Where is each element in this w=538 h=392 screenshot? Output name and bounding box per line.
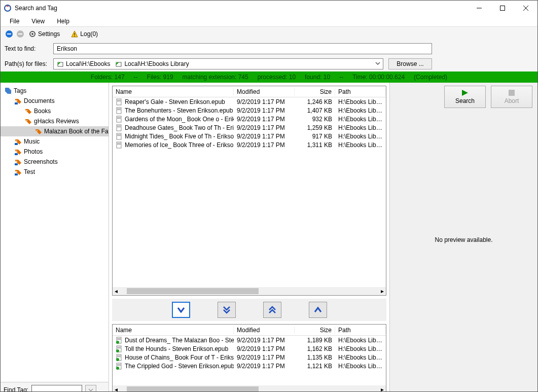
file-icon xyxy=(116,345,123,352)
col-path[interactable]: Path xyxy=(335,88,386,95)
svg-rect-49 xyxy=(117,339,121,340)
file-size: 1,121 KB xyxy=(295,363,335,370)
list-row[interactable]: Midnight Tides_ Book Five of Th - Erikso… xyxy=(113,132,386,140)
svg-rect-48 xyxy=(117,338,121,339)
h-scrollbar[interactable]: ◂ ▸ xyxy=(113,385,386,392)
svg-rect-36 xyxy=(117,117,121,118)
scroll-thumb[interactable] xyxy=(127,386,259,392)
col-size[interactable]: Size xyxy=(295,88,335,95)
svg-rect-8 xyxy=(18,33,22,34)
col-modified[interactable]: Modified xyxy=(234,88,295,95)
menu-bar: File View Help xyxy=(1,16,537,27)
move-up-button[interactable] xyxy=(309,302,327,318)
col-name[interactable]: Name xyxy=(113,88,234,95)
move-down-button[interactable] xyxy=(172,302,190,318)
svg-point-58 xyxy=(116,358,119,361)
svg-point-21 xyxy=(16,140,17,141)
svg-point-16 xyxy=(16,100,17,101)
svg-point-62 xyxy=(116,367,119,370)
file-modified: 9/2/2019 1:17 PM xyxy=(234,363,295,370)
file-path: H:\Ebooks Library\ xyxy=(335,98,386,105)
file-name: The Crippled God - Steven Erikson.epub xyxy=(125,363,234,370)
text-to-find-input[interactable] xyxy=(53,43,432,54)
list-row[interactable]: The Crippled God - Steven Erikson.epub9/… xyxy=(113,362,386,370)
col-name[interactable]: Name xyxy=(113,327,234,334)
browse-button[interactable]: Browse ... xyxy=(388,58,432,69)
list-row[interactable]: Toll the Hounds - Steven Erikson.epub9/2… xyxy=(113,344,386,353)
list-row[interactable]: Deadhouse Gates_ Book Two of Th - Erikso… xyxy=(113,123,386,132)
menu-help[interactable]: Help xyxy=(52,17,75,26)
tree-item[interactable]: Test xyxy=(1,167,109,177)
file-icon xyxy=(116,107,123,114)
list-row[interactable]: Reaper's Gale - Steven Erikson.epub9/2/2… xyxy=(113,97,386,106)
log-button[interactable]: Log(0) xyxy=(69,29,100,39)
tag-icon xyxy=(15,158,22,165)
list-row[interactable]: Gardens of the Moon_ Book One o - Erikso… xyxy=(113,115,386,123)
preview-message: No preview available. xyxy=(435,236,492,243)
list-row[interactable]: House of Chains_ Book Four of T - Erikso… xyxy=(113,353,386,362)
tree-item[interactable]: Music xyxy=(1,136,109,147)
results-list: Name Modified Size Path Reaper's Gale - … xyxy=(112,86,386,296)
abort-button[interactable]: Abort xyxy=(491,86,532,108)
text-to-find-label: Text to find: xyxy=(5,45,50,52)
menu-view[interactable]: View xyxy=(26,17,50,26)
svg-rect-6 xyxy=(7,33,11,34)
find-tag-label: Find Tag: xyxy=(4,386,28,393)
file-icon xyxy=(116,363,123,370)
h-scrollbar[interactable]: ◂ ▸ xyxy=(113,287,386,295)
scroll-left-icon[interactable]: ◂ xyxy=(113,386,120,392)
settings-button[interactable]: Settings xyxy=(27,29,62,39)
file-modified: 9/2/2019 1:17 PM xyxy=(234,354,295,361)
status-folders: Folders: 147 xyxy=(91,74,125,81)
move-all-up-button[interactable] xyxy=(263,302,281,318)
status-found: found: 10 xyxy=(305,74,330,81)
close-button[interactable] xyxy=(514,1,537,16)
file-name: Reaper's Gale - Steven Erikson.epub xyxy=(125,98,225,105)
col-modified[interactable]: Modified xyxy=(234,327,295,334)
file-modified: 9/2/2019 1:17 PM xyxy=(234,107,295,114)
find-tag-input[interactable] xyxy=(31,385,82,393)
tree-item[interactable]: gHacks Reviews xyxy=(1,116,109,126)
tree-item[interactable]: Malazan Book of the Falle xyxy=(1,126,109,136)
file-modified: 9/2/2019 1:17 PM xyxy=(234,124,295,131)
minimize-button[interactable] xyxy=(468,1,491,16)
file-name: Dust of Dreams_ The Malazan Boo - Steven… xyxy=(125,337,234,344)
menu-file[interactable]: File xyxy=(5,17,24,26)
file-name: House of Chains_ Book Four of T - Erikso… xyxy=(125,354,234,361)
svg-rect-29 xyxy=(117,99,121,105)
search-button[interactable]: Search xyxy=(444,86,486,108)
tree-item[interactable]: Photos xyxy=(1,147,109,157)
svg-rect-2 xyxy=(500,6,505,11)
col-path[interactable]: Path xyxy=(335,327,386,334)
file-name: Memories of Ice_ Book Three of - Erikson… xyxy=(125,141,234,149)
scroll-left-icon[interactable]: ◂ xyxy=(113,288,120,295)
paths-combo[interactable]: Local\H:\Ebooks Local\H:\Ebooks Library xyxy=(53,58,383,69)
list-row[interactable]: Memories of Ice_ Book Three of - Erikson… xyxy=(113,140,386,149)
svg-rect-38 xyxy=(117,125,121,131)
svg-rect-40 xyxy=(117,127,121,127)
back-icon[interactable] xyxy=(5,29,14,39)
forward-icon[interactable] xyxy=(16,29,25,39)
search-label: Search xyxy=(455,97,475,104)
scroll-right-icon[interactable]: ▸ xyxy=(379,386,386,392)
tree-item[interactable]: Books xyxy=(1,106,109,116)
file-icon xyxy=(116,116,123,123)
chevron-down-icon[interactable] xyxy=(375,60,381,66)
list-row[interactable]: Dust of Dreams_ The Malazan Boo - Steven… xyxy=(113,336,386,344)
find-tag-dropdown[interactable] xyxy=(85,385,96,393)
maximize-button[interactable] xyxy=(491,1,514,16)
tree-root[interactable]: Tags xyxy=(1,86,109,96)
title-bar: Search and Tag xyxy=(1,1,537,16)
file-modified: 9/2/2019 1:17 PM xyxy=(234,337,295,344)
move-all-down-button[interactable] xyxy=(218,302,236,318)
svg-rect-60 xyxy=(117,364,121,365)
tree-item[interactable]: Documents xyxy=(1,96,109,106)
scroll-right-icon[interactable]: ▸ xyxy=(379,288,386,295)
tree-item[interactable]: Screenshots xyxy=(1,157,109,167)
paths-label: Path(s) for files: xyxy=(5,60,50,67)
scroll-thumb[interactable] xyxy=(127,288,259,294)
col-size[interactable]: Size xyxy=(295,327,335,334)
file-size: 1,259 KB xyxy=(295,124,335,131)
list-row[interactable]: The Bonehunters - Steven Erikson.epub9/2… xyxy=(113,106,386,115)
tree-item-label: gHacks Reviews xyxy=(34,118,79,125)
